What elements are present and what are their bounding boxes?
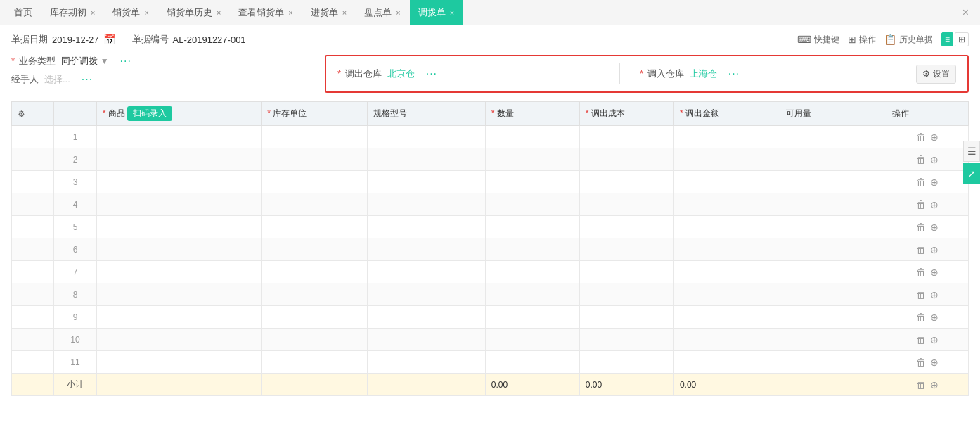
- row-qty-cell[interactable]: [485, 306, 579, 329]
- row-qty-cell[interactable]: [485, 171, 579, 193]
- row-product-cell[interactable]: [96, 306, 262, 329]
- row-cost-cell[interactable]: [579, 126, 673, 148]
- row-avail-cell[interactable]: [780, 261, 886, 283]
- tab-stocktake-close[interactable]: ×: [396, 8, 400, 17]
- row-avail-cell[interactable]: [780, 193, 886, 216]
- row-spec-cell[interactable]: [368, 148, 486, 171]
- row-cost-cell[interactable]: [579, 283, 673, 306]
- copy-icon[interactable]: ⊕: [930, 244, 939, 255]
- row-cost-cell[interactable]: [579, 329, 673, 351]
- person-input[interactable]: 选择...: [44, 73, 70, 86]
- row-unit-cell[interactable]: [262, 351, 368, 374]
- biz-type-select[interactable]: 同价调拨 ▼: [61, 55, 109, 68]
- delete-icon[interactable]: 🗑: [916, 154, 926, 165]
- row-amount-cell[interactable]: [673, 238, 780, 261]
- copy-icon[interactable]: ⊕: [930, 267, 939, 278]
- row-avail-cell[interactable]: [780, 238, 886, 261]
- row-qty-cell[interactable]: [485, 148, 579, 171]
- row-amount-cell[interactable]: [673, 329, 780, 351]
- row-qty-cell[interactable]: [485, 329, 579, 351]
- row-qty-cell[interactable]: [485, 351, 579, 374]
- layout-list-button[interactable]: ≡: [941, 32, 953, 46]
- calendar-icon[interactable]: 📅: [103, 34, 115, 45]
- delete-icon[interactable]: 🗑: [916, 199, 926, 210]
- row-cost-cell[interactable]: [579, 261, 673, 283]
- row-avail-cell[interactable]: [780, 216, 886, 238]
- row-avail-cell[interactable]: [780, 306, 886, 329]
- in-warehouse-value[interactable]: 上海仓: [690, 68, 717, 80]
- row-cost-cell[interactable]: [579, 306, 673, 329]
- tab-sales-history-close[interactable]: ×: [217, 8, 221, 17]
- summary-delete-icon[interactable]: 🗑: [916, 379, 926, 390]
- tab-sales-order-close[interactable]: ×: [144, 8, 148, 17]
- tab-sales-order[interactable]: 销货单 ×: [104, 0, 157, 25]
- row-product-cell[interactable]: [96, 171, 262, 193]
- biz-type-more-button[interactable]: ···: [120, 55, 131, 68]
- row-product-cell[interactable]: [96, 148, 262, 171]
- row-qty-cell[interactable]: [485, 126, 579, 148]
- row-product-cell[interactable]: [96, 351, 262, 374]
- row-amount-cell[interactable]: [673, 216, 780, 238]
- delete-icon[interactable]: 🗑: [916, 177, 926, 188]
- delete-icon[interactable]: 🗑: [916, 222, 926, 233]
- tab-purchase-close[interactable]: ×: [342, 8, 347, 17]
- row-product-cell[interactable]: [96, 193, 262, 216]
- row-cost-cell[interactable]: [579, 351, 673, 374]
- row-spec-cell[interactable]: [368, 306, 486, 329]
- delete-icon[interactable]: 🗑: [916, 289, 926, 300]
- row-qty-cell[interactable]: [485, 283, 579, 306]
- row-product-cell[interactable]: [96, 126, 262, 148]
- tab-purchase[interactable]: 进货单 ×: [302, 0, 356, 25]
- float-list-button[interactable]: ☰: [963, 141, 980, 162]
- row-unit-cell[interactable]: [262, 148, 368, 171]
- copy-icon[interactable]: ⊕: [930, 312, 939, 323]
- copy-icon[interactable]: ⊕: [930, 177, 939, 188]
- delete-icon[interactable]: 🗑: [916, 312, 926, 323]
- row-cost-cell[interactable]: [579, 171, 673, 193]
- out-warehouse-more-button[interactable]: ···: [426, 68, 437, 80]
- row-cost-cell[interactable]: [579, 148, 673, 171]
- tab-inventory-init-close[interactable]: ×: [91, 8, 95, 17]
- summary-copy-icon[interactable]: ⊕: [930, 379, 939, 390]
- row-spec-cell[interactable]: [368, 283, 486, 306]
- row-qty-cell[interactable]: [485, 216, 579, 238]
- row-avail-cell[interactable]: [780, 329, 886, 351]
- tab-home[interactable]: 首页: [6, 0, 41, 25]
- row-cost-cell[interactable]: [579, 193, 673, 216]
- row-spec-cell[interactable]: [368, 216, 486, 238]
- row-avail-cell[interactable]: [780, 351, 886, 374]
- copy-icon[interactable]: ⊕: [930, 289, 939, 300]
- row-product-cell[interactable]: [96, 329, 262, 351]
- shortcut-button[interactable]: ⌨ 快捷键: [797, 34, 839, 46]
- window-close-button[interactable]: ×: [957, 6, 974, 19]
- row-spec-cell[interactable]: [368, 238, 486, 261]
- row-avail-cell[interactable]: [780, 171, 886, 193]
- copy-icon[interactable]: ⊕: [930, 222, 939, 233]
- history-button[interactable]: 📋 历史单据: [884, 34, 933, 46]
- row-amount-cell[interactable]: [673, 306, 780, 329]
- row-product-cell[interactable]: [96, 261, 262, 283]
- row-amount-cell[interactable]: [673, 283, 780, 306]
- delete-icon[interactable]: 🗑: [916, 334, 926, 345]
- row-amount-cell[interactable]: [673, 171, 780, 193]
- layout-grid-button[interactable]: ⊞: [955, 32, 969, 46]
- row-spec-cell[interactable]: [368, 351, 486, 374]
- scan-button[interactable]: 扫码录入: [127, 106, 172, 121]
- row-unit-cell[interactable]: [262, 216, 368, 238]
- delete-icon[interactable]: 🗑: [916, 267, 926, 278]
- tab-sales-history[interactable]: 销货单历史 ×: [158, 0, 230, 25]
- copy-icon[interactable]: ⊕: [930, 154, 939, 165]
- row-spec-cell[interactable]: [368, 329, 486, 351]
- row-cost-cell[interactable]: [579, 238, 673, 261]
- in-warehouse-more-button[interactable]: ···: [728, 68, 740, 80]
- row-cost-cell[interactable]: [579, 216, 673, 238]
- tab-transfer[interactable]: 调拨单 ×: [410, 0, 463, 25]
- row-unit-cell[interactable]: [262, 306, 368, 329]
- row-product-cell[interactable]: [96, 238, 262, 261]
- row-avail-cell[interactable]: [780, 148, 886, 171]
- row-amount-cell[interactable]: [673, 351, 780, 374]
- row-unit-cell[interactable]: [262, 126, 368, 148]
- float-expand-button[interactable]: ↗: [963, 163, 980, 184]
- person-more-button[interactable]: ···: [82, 73, 93, 86]
- tab-inventory-init[interactable]: 库存期初 ×: [41, 0, 104, 25]
